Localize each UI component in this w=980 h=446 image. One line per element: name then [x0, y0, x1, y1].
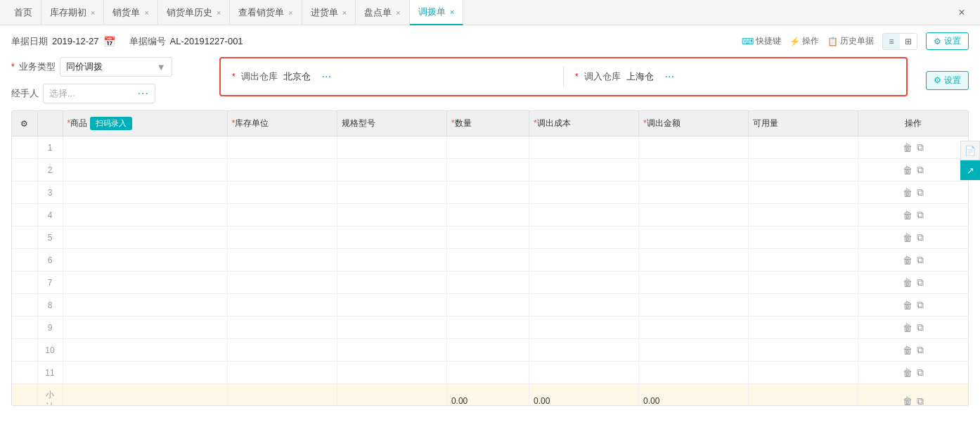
- row-product-cell[interactable]: [63, 227, 227, 249]
- row-qty-cell[interactable]: [446, 204, 529, 227]
- row-qty-cell[interactable]: [446, 181, 529, 204]
- scan-button[interactable]: 扫码录入: [90, 117, 132, 130]
- row-amount-cell[interactable]: [639, 159, 749, 181]
- tab-sales-order-close[interactable]: ×: [144, 8, 148, 17]
- row-product-cell[interactable]: [63, 317, 227, 339]
- tab-stocktake[interactable]: 盘点单 ×: [356, 0, 409, 25]
- row-amount-cell[interactable]: [639, 136, 749, 159]
- row-qty-cell[interactable]: [446, 136, 529, 159]
- tab-purchase-close[interactable]: ×: [342, 8, 347, 17]
- row-unit-cell[interactable]: [227, 294, 337, 317]
- tab-transfer-close[interactable]: ×: [450, 8, 454, 16]
- row-product-cell[interactable]: [63, 159, 227, 181]
- row-unit-cell[interactable]: [227, 159, 337, 181]
- subtotal-copy-icon[interactable]: ⧉: [917, 395, 924, 407]
- operator-more-icon[interactable]: ···: [138, 87, 149, 100]
- row-qty-cell[interactable]: [446, 159, 529, 181]
- row-product-cell[interactable]: [63, 204, 227, 227]
- doc-date-value[interactable]: 2019-12-27: [52, 36, 99, 46]
- delete-icon[interactable]: 🗑: [903, 300, 913, 311]
- delete-icon[interactable]: 🗑: [903, 277, 913, 288]
- grid-view-button[interactable]: ⊞: [900, 34, 917, 49]
- copy-icon[interactable]: ⧉: [917, 141, 924, 153]
- delete-icon[interactable]: 🗑: [903, 187, 913, 198]
- row-cost-cell[interactable]: [529, 159, 638, 181]
- row-spec-cell[interactable]: [337, 249, 446, 272]
- row-cost-cell[interactable]: [529, 317, 638, 339]
- row-amount-cell[interactable]: [639, 294, 749, 317]
- right-panel-link-button[interactable]: ↗: [960, 160, 980, 180]
- copy-icon[interactable]: ⧉: [917, 299, 924, 311]
- row-product-cell[interactable]: [63, 136, 227, 159]
- list-view-button[interactable]: ≡: [883, 34, 900, 49]
- settings-button[interactable]: ⚙ 设置: [926, 32, 969, 50]
- copy-icon[interactable]: ⧉: [917, 344, 924, 356]
- delete-icon[interactable]: 🗑: [903, 345, 913, 356]
- row-spec-cell[interactable]: [337, 204, 446, 227]
- tab-transfer[interactable]: 调拨单 ×: [410, 0, 463, 25]
- row-product-cell[interactable]: [63, 249, 227, 272]
- copy-icon[interactable]: ⧉: [917, 231, 924, 243]
- row-spec-cell[interactable]: [337, 181, 446, 204]
- row-amount-cell[interactable]: [639, 249, 749, 272]
- delete-icon[interactable]: 🗑: [903, 322, 913, 333]
- row-product-cell[interactable]: [63, 181, 227, 204]
- history-button[interactable]: 📋 历史单据: [827, 35, 874, 47]
- copy-icon[interactable]: ⧉: [917, 367, 924, 378]
- operation-button[interactable]: ⚡ 操作: [789, 35, 819, 47]
- row-product-cell[interactable]: [63, 362, 227, 384]
- row-qty-cell[interactable]: [446, 362, 529, 384]
- row-amount-cell[interactable]: [639, 272, 749, 294]
- row-product-cell[interactable]: [63, 272, 227, 294]
- row-cost-cell[interactable]: [529, 362, 638, 384]
- row-cost-cell[interactable]: [529, 294, 638, 317]
- copy-icon[interactable]: ⧉: [917, 209, 924, 221]
- warehouse-out-more-icon[interactable]: ···: [322, 70, 331, 83]
- copy-icon[interactable]: ⧉: [917, 276, 924, 288]
- row-unit-cell[interactable]: [227, 272, 337, 294]
- column-settings-icon[interactable]: ⚙: [20, 119, 28, 129]
- business-type-dropdown[interactable]: 同价调拨 ▼: [60, 57, 172, 77]
- row-product-cell[interactable]: [63, 294, 227, 317]
- row-spec-cell[interactable]: [337, 272, 446, 294]
- row-unit-cell[interactable]: [227, 317, 337, 339]
- warehouse-in-more-icon[interactable]: ···: [665, 70, 674, 83]
- tab-inventory-init-close[interactable]: ×: [91, 8, 95, 17]
- row-cost-cell[interactable]: [529, 227, 638, 249]
- tab-stocktake-close[interactable]: ×: [396, 8, 400, 17]
- row-unit-cell[interactable]: [227, 249, 337, 272]
- row-cost-cell[interactable]: [529, 204, 638, 227]
- delete-icon[interactable]: 🗑: [903, 255, 913, 266]
- row-cost-cell[interactable]: [529, 136, 638, 159]
- row-amount-cell[interactable]: [639, 339, 749, 362]
- shortcut-button[interactable]: ⌨ 快捷键: [742, 35, 781, 47]
- row-unit-cell[interactable]: [227, 136, 337, 159]
- row-amount-cell[interactable]: [639, 181, 749, 204]
- window-close-button[interactable]: ×: [949, 0, 974, 25]
- operator-dropdown[interactable]: 选择... ···: [43, 84, 155, 103]
- row-qty-cell[interactable]: [446, 272, 529, 294]
- right-panel-doc-button[interactable]: 📄: [960, 141, 980, 160]
- delete-icon[interactable]: 🗑: [903, 210, 913, 221]
- delete-icon[interactable]: 🗑: [903, 142, 913, 153]
- row-qty-cell[interactable]: [446, 294, 529, 317]
- row-qty-cell[interactable]: [446, 317, 529, 339]
- delete-icon[interactable]: 🗑: [903, 165, 913, 176]
- row-spec-cell[interactable]: [337, 362, 446, 384]
- tab-check-sales[interactable]: 查看销货单 ×: [230, 0, 302, 25]
- row-unit-cell[interactable]: [227, 181, 337, 204]
- row-cost-cell[interactable]: [529, 272, 638, 294]
- row-amount-cell[interactable]: [639, 317, 749, 339]
- copy-icon[interactable]: ⧉: [917, 186, 924, 198]
- tab-check-sales-close[interactable]: ×: [288, 8, 292, 17]
- row-spec-cell[interactable]: [337, 317, 446, 339]
- row-spec-cell[interactable]: [337, 227, 446, 249]
- copy-icon[interactable]: ⧉: [917, 254, 924, 266]
- delete-icon[interactable]: 🗑: [903, 232, 913, 243]
- row-unit-cell[interactable]: [227, 204, 337, 227]
- subtotal-delete-icon[interactable]: 🗑: [903, 395, 913, 406]
- row-spec-cell[interactable]: [337, 136, 446, 159]
- row-cost-cell[interactable]: [529, 249, 638, 272]
- row-product-cell[interactable]: [63, 339, 227, 362]
- tab-home[interactable]: 首页: [6, 0, 41, 25]
